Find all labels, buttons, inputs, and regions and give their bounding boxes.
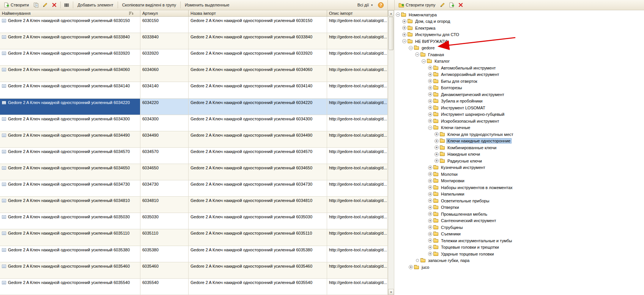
name-cell[interactable]: Gedore 2 A Ключ накидной односторонний у… xyxy=(0,229,140,245)
expand-icon[interactable]: + xyxy=(428,119,432,123)
import-name-cell[interactable]: Gedore 2 A Ключ накидной односторонний у… xyxy=(189,213,327,229)
table-row[interactable]: Gedore 2 A Ключ накидной односторонний у… xyxy=(0,17,388,33)
table-row[interactable]: Gedore 2 A Ключ накидной односторонний у… xyxy=(0,82,388,98)
name-cell[interactable]: Gedore 2 A Ключ накидной односторонний у… xyxy=(0,115,140,131)
tree-item[interactable]: +Напильники xyxy=(394,191,644,198)
tree-item[interactable]: −Номенклатура xyxy=(394,11,644,18)
table-row[interactable]: Gedore 2 A Ключ накидной односторонний у… xyxy=(0,279,388,295)
tree-item[interactable]: −Каталог xyxy=(394,58,644,65)
table-row[interactable]: Gedore 2 A Ключ накидной односторонний у… xyxy=(0,197,388,213)
tree-item[interactable]: −gedore xyxy=(394,45,644,52)
delete-item-button[interactable] xyxy=(50,1,58,9)
expand-icon[interactable]: + xyxy=(428,179,432,183)
import-name-cell[interactable]: Gedore 2 A Ключ накидной односторонний у… xyxy=(189,148,327,164)
import-desc-cell[interactable]: http://gedore-tool.ru/catalog/d... xyxy=(327,213,388,229)
tree-item[interactable]: −Ключи гаечные xyxy=(394,125,644,131)
collapse-icon[interactable]: − xyxy=(428,126,432,130)
table-row[interactable]: Gedore 2 A Ключ накидной односторонний у… xyxy=(0,33,388,49)
expand-icon[interactable]: + xyxy=(428,92,432,96)
expand-icon[interactable]: + xyxy=(428,225,432,229)
article-cell[interactable]: 6034810 xyxy=(140,197,189,213)
import-desc-cell[interactable]: http://gedore-tool.ru/catalog/d... xyxy=(327,17,388,33)
table-row[interactable]: Gedore 2 A Ключ накидной односторонний у… xyxy=(0,180,388,197)
tree-item[interactable]: +Биты для отверток xyxy=(394,78,644,85)
tree-item[interactable]: +Динамометрический инструмент xyxy=(394,91,644,98)
tree-item[interactable]: +Инструмент шарнирно-губцевый xyxy=(394,111,644,118)
scroll-up-button[interactable]: ▲ xyxy=(388,10,394,16)
tree-item[interactable]: +Съемники xyxy=(394,231,644,238)
edit-group-button[interactable] xyxy=(438,1,447,9)
import-desc-cell[interactable]: http://gedore-tool.ru/catalog/d... xyxy=(327,246,388,262)
expand-icon[interactable]: + xyxy=(428,73,432,77)
name-cell[interactable]: Gedore 2 A Ключ накидной односторонний у… xyxy=(0,66,140,82)
expand-icon[interactable]: + xyxy=(428,79,432,83)
name-cell[interactable]: Gedore 2 A Ключ накидной односторонний у… xyxy=(0,246,140,262)
article-cell[interactable]: 6035380 xyxy=(140,246,189,262)
expand-icon[interactable]: + xyxy=(428,66,432,70)
name-cell[interactable]: Gedore 2 A Ключ накидной односторонний у… xyxy=(0,148,140,164)
table-row[interactable]: Gedore 2 A Ключ накидной односторонний у… xyxy=(0,115,388,131)
tree-item[interactable]: +Сантехнический инструмент xyxy=(394,218,644,224)
expand-icon[interactable]: + xyxy=(428,99,432,103)
import-name-cell[interactable]: Gedore 2 A Ключ накидной односторонний у… xyxy=(189,99,327,115)
expand-icon[interactable]: + xyxy=(428,106,432,110)
tree-item[interactable]: +Автомобильный инструмент xyxy=(394,65,644,71)
edit-item-button[interactable] xyxy=(41,1,49,9)
expand-icon[interactable]: + xyxy=(428,205,432,210)
name-cell[interactable]: Gedore 2 A Ключ накидной односторонний у… xyxy=(0,33,140,49)
expand-icon[interactable]: + xyxy=(428,199,432,203)
all-actions-button[interactable]: Всі дії ▾ xyxy=(355,1,375,9)
name-cell[interactable]: Gedore 2 A Ключ накидной односторонний у… xyxy=(0,82,140,98)
tree-item[interactable]: +Ключи накидные односторонние xyxy=(394,138,644,145)
collapse-icon[interactable]: − xyxy=(422,59,426,63)
table-row[interactable]: Gedore 2 A Ключ накидной односторонний у… xyxy=(0,49,388,66)
delete-group-button[interactable] xyxy=(457,1,465,9)
tree-item[interactable]: +Инструмент LOSOMAT xyxy=(394,104,644,111)
collapse-icon[interactable]: − xyxy=(402,39,406,43)
tree-item[interactable]: +Наборы инструментов в ложементах xyxy=(394,184,644,191)
tree-item[interactable]: +Зубила и пробойники xyxy=(394,98,644,105)
name-cell[interactable]: Gedore 2 A Ключ накидной односторонний у… xyxy=(0,99,140,115)
copy-group-button[interactable] xyxy=(447,1,456,9)
import-name-cell[interactable]: Gedore 2 A Ключ накидной односторонний у… xyxy=(189,164,327,180)
article-cell[interactable]: 6034300 xyxy=(140,115,189,131)
article-cell[interactable]: 6034730 xyxy=(140,180,189,196)
import-name-cell[interactable]: Gedore 2 A Ключ накидной односторонний у… xyxy=(189,115,327,131)
import-name-cell[interactable]: Gedore 2 A Ключ накидной односторонний у… xyxy=(189,180,327,196)
table-row[interactable]: Gedore 2 A Ключ накидной односторонний у… xyxy=(0,66,388,82)
vertical-scrollbar[interactable]: ▲ ▼ xyxy=(388,10,394,295)
import-name-cell[interactable]: Gedore 2 A Ключ накидной односторонний у… xyxy=(189,131,327,147)
tree-item[interactable]: +Искробезопасный инструмент xyxy=(394,118,644,125)
import-name-cell[interactable]: Gedore 2 A Ключ накидной односторонний у… xyxy=(189,49,327,65)
expand-icon[interactable]: + xyxy=(428,86,432,90)
import-desc-cell[interactable]: http://gedore-tool.ru/catalog/d... xyxy=(327,279,388,295)
edit-selected-button[interactable]: Изменить выделенные xyxy=(183,1,231,9)
article-cell[interactable]: 6035110 xyxy=(140,229,189,245)
article-cell[interactable]: 6033920 xyxy=(140,49,189,65)
expand-icon[interactable]: + xyxy=(428,112,432,117)
tree-item[interactable]: +Отвертки xyxy=(394,204,644,211)
tree-item[interactable]: +Електрика xyxy=(394,25,644,32)
import-desc-cell[interactable]: http://gedore-tool.ru/catalog/d... xyxy=(327,262,388,278)
tree-item[interactable]: +Осветительные приборы xyxy=(394,197,644,204)
import-desc-cell[interactable]: http://gedore-tool.ru/catalog/d... xyxy=(327,115,388,131)
import-name-cell[interactable]: Gedore 2 A Ключ накидной односторонний у… xyxy=(189,229,327,245)
article-cell[interactable]: 6034140 xyxy=(140,82,189,98)
tree-item[interactable]: +Накидные ключи xyxy=(394,151,644,158)
name-cell[interactable]: Gedore 2 A Ключ накидной односторонний у… xyxy=(0,180,140,196)
table-row[interactable]: Gedore 2 A Ключ накидной односторонний у… xyxy=(0,99,388,115)
expand-icon[interactable]: + xyxy=(428,245,432,249)
column-header-name[interactable]: Найменування xyxy=(0,10,140,16)
expand-icon[interactable]: + xyxy=(402,26,406,30)
collapse-icon[interactable]: − xyxy=(396,13,400,17)
tree-item[interactable]: запасные губки, пара xyxy=(394,257,644,264)
expand-icon[interactable]: + xyxy=(428,166,432,170)
article-cell[interactable]: 6035030 xyxy=(140,213,189,229)
tree-item[interactable]: +Струбцины xyxy=(394,224,644,231)
import-name-cell[interactable]: Gedore 2 A Ключ накидной односторонний у… xyxy=(189,279,327,295)
tree-item[interactable]: +Кузнечный инструмент xyxy=(394,164,644,171)
article-cell[interactable]: 6035460 xyxy=(140,262,189,278)
expand-icon[interactable]: + xyxy=(428,219,432,223)
import-desc-cell[interactable]: http://gedore-tool.ru/catalog/d... xyxy=(327,180,388,196)
expand-icon[interactable]: + xyxy=(435,139,439,143)
